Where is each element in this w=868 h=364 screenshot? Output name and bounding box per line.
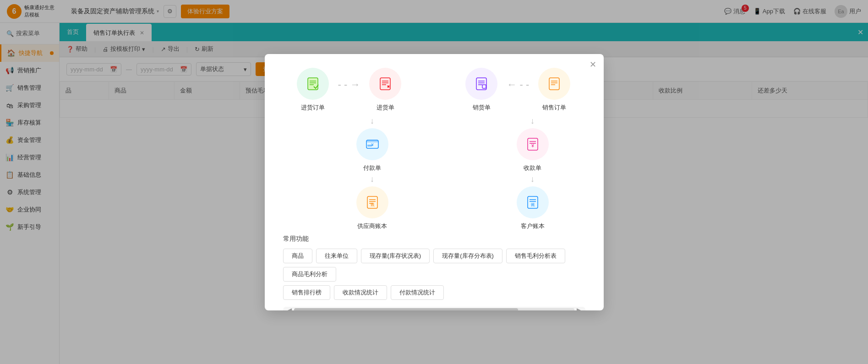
down-arrow-1: ↓ (370, 116, 374, 126)
flow-node-sale-order[interactable]: 销售订单 (538, 68, 570, 112)
sale-order-icon (538, 68, 570, 100)
purchase-bill-icon (369, 68, 401, 100)
flow-node-purchase-bill[interactable]: 进货单 (369, 68, 401, 112)
sale-bill-label: 销货单 (473, 103, 491, 112)
func-btn-sales-profit[interactable]: 销售毛利分析表 (506, 249, 565, 263)
sale-order-label: 销售订单 (542, 103, 566, 112)
payment-icon: ¥ (356, 128, 388, 160)
func-btn-receipt-stat[interactable]: 收款情况统计 (334, 285, 387, 300)
svg-text:账: 账 (530, 202, 535, 207)
svg-text:账: 账 (370, 202, 374, 207)
down-arrow-3: ↓ (370, 174, 374, 184)
flow-node-purchase-order[interactable]: 进货订单 (297, 68, 329, 112)
modal-scrollbar[interactable]: ◀ ▶ (283, 307, 585, 310)
scroll-thumb[interactable] (294, 308, 519, 310)
customer-ledger-icon: 账 (517, 186, 549, 218)
modal-close-button[interactable]: ✕ (590, 60, 596, 70)
purchase-bill-label: 进货单 (377, 103, 394, 112)
down-arrow-2: ↓ (530, 116, 535, 126)
func-btn-goods-profit[interactable]: 商品毛利分析 (283, 267, 336, 282)
receipt-icon: ¥ (517, 128, 549, 160)
common-func-title: 常用功能 (283, 235, 585, 243)
flow-node-customer-ledger[interactable]: 账 客户账本 (517, 186, 549, 230)
purchase-bill-col: ↓ ¥ 付款单 ↓ (343, 116, 402, 230)
flow-node-supplier-ledger[interactable]: 账 供应商账本 (356, 186, 388, 230)
func-buttons-row-2: 销售排行榜 收款情况统计 付款情况统计 (283, 285, 585, 300)
func-btn-stock-status[interactable]: 现存量(库存状况表) (361, 249, 430, 263)
flow-node-receipt[interactable]: ¥ 收款单 (517, 128, 549, 172)
svg-rect-14 (482, 85, 486, 88)
func-btn-goods[interactable]: 商品 (283, 249, 312, 263)
func-btn-sales-rank[interactable]: 销售排行榜 (283, 285, 330, 300)
flow-row-2: ↓ ¥ 付款单 ↓ (283, 116, 585, 230)
purchase-order-label: 进货订单 (301, 103, 325, 112)
svg-rect-4 (380, 78, 390, 90)
func-btn-contacts[interactable]: 往来单位 (316, 249, 357, 263)
scroll-track (294, 308, 574, 310)
scroll-left-icon[interactable]: ◀ (285, 307, 294, 310)
svg-rect-15 (549, 78, 559, 90)
scroll-right-icon[interactable]: ▶ (574, 307, 583, 310)
flow-node-payment[interactable]: ¥ 付款单 (356, 128, 388, 172)
down-arrow-4: ↓ (530, 174, 535, 184)
common-functions-section: 常用功能 商品 往来单位 现存量(库存状况表) 现存量(库存分布表) 销售毛利分… (283, 235, 585, 300)
svg-text:¥: ¥ (371, 142, 374, 147)
func-btn-stock-dist[interactable]: 现存量(库存分布表) (433, 249, 502, 263)
purchase-order-icon (297, 68, 329, 100)
sale-bill-col: ↓ ¥ 收款单 ↓ (503, 116, 562, 230)
customer-ledger-label: 客户账本 (521, 222, 545, 230)
arrow-2: ← - - (507, 79, 529, 91)
modal-dialog: ✕ 进货订单 - - → (265, 54, 604, 310)
func-buttons-row-1: 商品 往来单位 现存量(库存状况表) 现存量(库存分布表) 销售毛利分析表 商品… (283, 249, 585, 282)
payment-label: 付款单 (363, 164, 381, 172)
receipt-label: 收款单 (524, 164, 541, 172)
flow-row-1: 进货订单 - - → 进货单 (283, 68, 585, 112)
svg-text:¥: ¥ (531, 143, 534, 148)
sale-bill-icon (465, 68, 497, 100)
arrow-1: - - → (338, 79, 360, 91)
modal-overlay[interactable]: ✕ 进货订单 - - → (0, 0, 868, 364)
supplier-ledger-label: 供应商账本 (357, 222, 387, 230)
flow-node-sale-bill[interactable]: 销货单 (465, 68, 497, 112)
supplier-ledger-icon: 账 (356, 186, 388, 218)
func-btn-payment-stat[interactable]: 付款情况统计 (391, 285, 444, 300)
